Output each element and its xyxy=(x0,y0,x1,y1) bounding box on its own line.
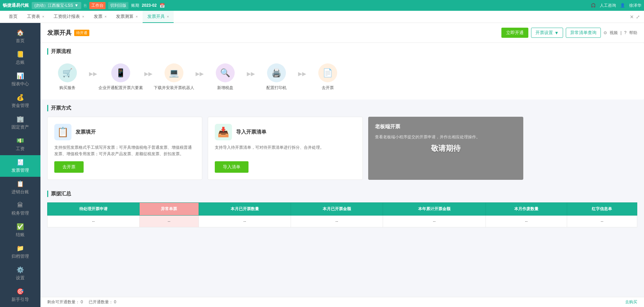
fill-card-btn[interactable]: 去开票 xyxy=(54,161,84,173)
import-card-btn[interactable]: 导入清单 xyxy=(215,161,248,173)
val-red-info: -- xyxy=(567,216,637,227)
sidebar-item-archive[interactable]: 📁 归档管理 xyxy=(0,241,40,263)
sidebar-item-settings[interactable]: ⚙️ 设置 xyxy=(0,263,40,284)
assets-icon: 🏢 xyxy=(17,115,24,123)
settings-icon: ⚙️ xyxy=(17,266,24,274)
abnormal-list-button[interactable]: 异常清单查询 xyxy=(566,28,601,38)
sidebar-funds-label: 资金管理 xyxy=(11,103,29,109)
old-portal-title: 老板端开票 xyxy=(375,123,517,130)
val-today-amount: -- xyxy=(291,216,383,227)
step-download-label: 下载并安装开票机器人 xyxy=(154,85,194,91)
sidebar-archive-label: 归档管理 xyxy=(11,253,29,259)
col-today-amount: 本月已开票金额 xyxy=(291,203,383,216)
arrow3: ▶▶ xyxy=(196,71,204,77)
period-value: 2023-02 xyxy=(142,3,157,8)
user-name[interactable]: 徐泽华 xyxy=(629,3,641,8)
col-year-amount: 本年累计开票金额 xyxy=(383,203,486,216)
view-label[interactable]: 视频 xyxy=(610,30,618,36)
settings-dropdown-icon: ▼ xyxy=(554,30,559,35)
tab-home[interactable]: 首页 xyxy=(4,11,22,23)
sidebar-home-label: 首页 xyxy=(16,38,25,44)
guide-icon: 🎯 xyxy=(17,288,24,295)
val-year-amount: -- xyxy=(383,216,486,227)
sidebar-item-assets[interactable]: 🏢 固定资产 xyxy=(0,112,40,134)
tab-salary[interactable]: 工资表 × xyxy=(22,11,49,23)
tab-invoice-tool[interactable]: 发票开具 × xyxy=(143,11,174,23)
tab-invoice-tool-label: 发票开具 xyxy=(147,13,165,20)
period-label: 账期 xyxy=(131,3,139,8)
home-icon: 🏠 xyxy=(17,29,24,36)
import-card: 📥 导入开票清单 支持导入待开票清单，可对待开票清单进行拆分、合并处理。 导入清… xyxy=(208,117,363,180)
step-buy-icon-circle: 🛒 xyxy=(58,63,77,82)
page-header-actions: 立即开通 开票设置 ▼ 异常清单查询 ⊙ 视频 | ? 帮助 xyxy=(501,28,637,38)
restore-window-icon[interactable]: ⤢ xyxy=(636,14,640,20)
opened-label: 已开通数量： xyxy=(89,300,113,304)
step-printer-icon: 🖨️ xyxy=(271,68,282,78)
sidebar-item-invoice-mgmt[interactable]: 🧾 发票管理 xyxy=(0,155,40,177)
step-printer-label: 配置打印机 xyxy=(266,85,287,91)
tab-invoice-calc-close[interactable]: × xyxy=(136,15,138,19)
top-bar: 畅捷通易代账 (勿动）江西服宝-LSS ▼ ⎘ 工作台 切到旧版 账期 2023… xyxy=(0,0,644,11)
step-setup-icon-circle: 📱 xyxy=(111,63,130,82)
settings-label: 开票设置 xyxy=(535,30,553,36)
workstation-button[interactable]: 工作台 xyxy=(89,2,106,9)
sidebar-item-ledger[interactable]: 📒 总账 xyxy=(0,47,40,69)
tab-invoice-calc[interactable]: 发票测算 × xyxy=(111,11,142,23)
footer-info: 剩余可开通数量： 0 已开通数量： 0 xyxy=(47,299,116,305)
sidebar-item-settlement[interactable]: ✅ 结账 xyxy=(0,220,40,241)
step-add-disk-label: 新增税盘 xyxy=(217,85,233,91)
company-name: (勿动）江西服宝-LSS xyxy=(34,3,73,8)
val-abnormal: -- xyxy=(140,216,199,227)
sidebar-item-reports[interactable]: 📊 报表中心 xyxy=(0,69,40,90)
settlement-icon: ✅ xyxy=(17,223,24,230)
summary-title: 票据汇总 xyxy=(47,191,637,197)
close-window-icon[interactable]: ✕ xyxy=(630,14,634,20)
tab-salary-close[interactable]: × xyxy=(42,15,44,19)
step-printer-icon-circle: 🖨️ xyxy=(267,63,286,82)
reports-icon: 📊 xyxy=(17,72,24,80)
import-card-desc: 支持导入待开票清单，可对待开票清单进行拆分、合并处理。 xyxy=(215,144,356,151)
sidebar-item-funds[interactable]: 💰 资金管理 xyxy=(0,90,40,112)
purchase-sales-icon: 📋 xyxy=(17,180,24,188)
app-logo: 畅捷通易代账 xyxy=(3,2,29,8)
col-abnormal: 异常单票 xyxy=(140,203,199,216)
sidebar-salary-label: 工资 xyxy=(16,146,25,152)
val-pending: -- xyxy=(48,216,140,227)
old-portal-card: 老板端开票 查看老板端小程序提交的开票申请，并作出相应处理操作。 敬请期待 xyxy=(368,117,523,180)
main-layout: 🏠 首页 📒 总账 📊 报表中心 💰 资金管理 🏢 固定资产 💵 工资 🧾 发票… xyxy=(0,23,644,307)
company-dropdown-icon[interactable]: ▼ xyxy=(75,3,79,8)
switch-old-button[interactable]: 切到旧版 xyxy=(108,2,128,9)
open-now-button[interactable]: 立即开通 xyxy=(501,28,528,38)
sidebar-item-guide[interactable]: 🎯 新手引导 xyxy=(0,284,40,306)
step-open-ticket-icon-circle: 📄 xyxy=(318,63,337,82)
arrow2: ▶▶ xyxy=(144,71,152,77)
settings-button[interactable]: 开票设置 ▼ xyxy=(531,28,563,38)
methods-title: 开票方式 xyxy=(47,105,637,111)
company-selector[interactable]: (勿动）江西服宝-LSS ▼ xyxy=(32,2,81,9)
sidebar-settlement-label: 结账 xyxy=(16,232,25,238)
tab-salary-report[interactable]: 工资统计报表 × xyxy=(49,11,89,23)
user-service-label[interactable]: 人工咨询 xyxy=(600,3,616,8)
tab-invoice-tool-close[interactable]: × xyxy=(167,15,169,19)
tab-invoice[interactable]: 发票 × xyxy=(89,11,111,23)
sidebar-tax-label: 税务管理 xyxy=(11,210,29,216)
copy-icon[interactable]: ⎘ xyxy=(84,3,87,8)
sidebar-ledger-label: 总账 xyxy=(16,59,25,65)
step-add-disk-icon-circle: 🔍 xyxy=(216,63,235,82)
tab-invoice-close[interactable]: × xyxy=(105,15,107,19)
table-row: -- -- -- -- -- -- -- xyxy=(48,216,637,227)
arrow1: ▶▶ xyxy=(89,71,97,77)
val-today-count: -- xyxy=(199,216,291,227)
calendar-icon[interactable]: 📅 xyxy=(159,3,165,8)
tab-invoice-calc-label: 发票测算 xyxy=(116,13,134,20)
sidebar-item-salary[interactable]: 💵 工资 xyxy=(0,134,40,155)
sidebar-item-purchase-sales[interactable]: 📋 进销台账 xyxy=(0,177,40,198)
separator-space xyxy=(84,300,87,304)
buy-link[interactable]: 去购买 xyxy=(625,299,637,305)
sidebar-item-tax[interactable]: 🏛 税务管理 xyxy=(0,198,40,220)
summary-section: 票据汇总 待处理开票申请 异常单票 本月已开票数量 本月已开票金额 本年累计开票… xyxy=(40,191,644,235)
tab-salary-report-close[interactable]: × xyxy=(82,15,84,19)
help-label[interactable]: 帮助 xyxy=(629,30,637,36)
page-title-area: 发票开具 待开通 xyxy=(47,29,89,37)
sidebar-item-home[interactable]: 🏠 首页 xyxy=(0,26,40,47)
